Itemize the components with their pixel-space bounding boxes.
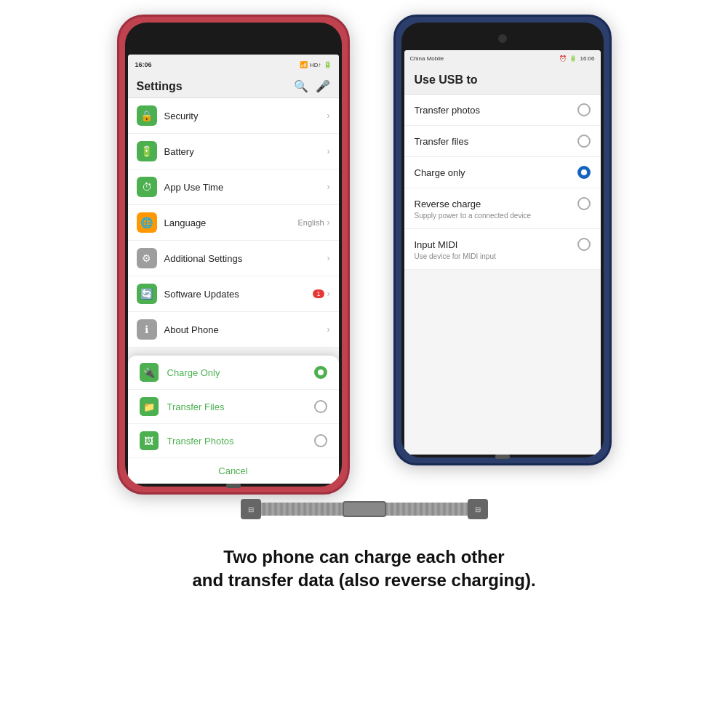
settings-item-software-updates[interactable]: 🔄 Software Updates 1 › bbox=[128, 276, 339, 312]
language-icon: 🌐 bbox=[137, 212, 157, 233]
software-updates-badge: 1 bbox=[313, 289, 324, 298]
security-icon: 🔒 bbox=[137, 105, 157, 126]
settings-item-language[interactable]: 🌐 Language English › bbox=[128, 205, 339, 241]
sheet-item-charge-only[interactable]: 🔌 Charge Only bbox=[128, 356, 339, 390]
hd-icon: HD↑ bbox=[310, 62, 321, 68]
left-connector: ⊟ bbox=[241, 499, 261, 519]
right-phone-port bbox=[495, 455, 510, 459]
left-phone: 16:06 📶 HD↑ 🔋 Settings 🔍 🎤 bbox=[117, 15, 350, 495]
bottom-sheet: 🔌 Charge Only 📁 Transfer Files 🖼 bbox=[128, 355, 339, 484]
software-updates-label: Software Updates bbox=[164, 289, 313, 300]
usb-item-charge-only-row: Charge only bbox=[415, 166, 591, 179]
right-time: 16:06 bbox=[580, 55, 594, 62]
usb-item-input-midi[interactable]: Input MIDI Use device for MIDI input bbox=[404, 229, 601, 270]
right-phone-inner: China Mobile ⏰ 🔋 16:06 Use USB to bbox=[401, 23, 604, 457]
app-use-time-arrow: › bbox=[327, 182, 330, 192]
usb-title: Use USB to bbox=[415, 73, 591, 87]
usb-transfer-photos-radio[interactable] bbox=[577, 103, 591, 116]
right-battery-icon: 🔋 bbox=[569, 55, 577, 62]
right-status-bar: China Mobile ⏰ 🔋 16:06 bbox=[404, 50, 601, 66]
settings-title: Settings bbox=[137, 80, 183, 93]
settings-item-about-phone[interactable]: ℹ About Phone › bbox=[128, 312, 339, 348]
left-screen: 16:06 📶 HD↑ 🔋 Settings 🔍 🎤 bbox=[128, 55, 339, 484]
usb-input-midi-sublabel: Use device for MIDI input bbox=[415, 252, 591, 260]
usb-item-reverse-charge[interactable]: Reverse charge Supply power to a connect… bbox=[404, 188, 601, 229]
transfer-photos-label: Transfer Photos bbox=[167, 436, 314, 447]
caption-text: Two phone can charge each other and tran… bbox=[192, 545, 535, 593]
left-time: 16:06 bbox=[135, 61, 152, 68]
signal-icon: 📶 bbox=[300, 61, 308, 68]
transfer-files-label: Transfer Files bbox=[167, 401, 314, 412]
settings-header: Settings 🔍 🎤 bbox=[128, 75, 339, 98]
sheet-cancel-button[interactable]: Cancel bbox=[128, 458, 339, 484]
usb-item-transfer-photos[interactable]: Transfer photos bbox=[404, 95, 601, 126]
battery-arrow: › bbox=[327, 146, 330, 156]
usb-item-transfer-files[interactable]: Transfer files bbox=[404, 126, 601, 157]
alarm-icon: ⏰ bbox=[559, 55, 567, 62]
battery-icon: 🔋 bbox=[324, 61, 332, 68]
search-icon[interactable]: 🔍 bbox=[294, 79, 308, 93]
app-use-time-icon: ⏱ bbox=[137, 177, 157, 197]
charge-only-label: Charge Only bbox=[167, 367, 314, 378]
usb-transfer-files-radio[interactable] bbox=[577, 135, 591, 148]
software-updates-arrow: › bbox=[327, 289, 330, 299]
sheet-item-transfer-photos[interactable]: 🖼 Transfer Photos bbox=[128, 424, 339, 458]
front-camera bbox=[498, 34, 507, 43]
settings-item-app-use-time[interactable]: ⏱ App Use Time › bbox=[128, 169, 339, 205]
mic-icon[interactable]: 🎤 bbox=[316, 79, 330, 93]
charge-only-icon: 🔌 bbox=[140, 363, 159, 382]
left-phone-inner: 16:06 📶 HD↑ 🔋 Settings 🔍 🎤 bbox=[125, 23, 342, 487]
sheet-item-transfer-files[interactable]: 📁 Transfer Files bbox=[128, 390, 339, 424]
settings-item-battery[interactable]: 🔋 Battery › bbox=[128, 134, 339, 169]
security-arrow: › bbox=[327, 111, 330, 121]
charge-only-radio[interactable] bbox=[314, 366, 327, 379]
usb-reverse-charge-radio[interactable] bbox=[577, 197, 591, 210]
header-icons: 🔍 🎤 bbox=[294, 79, 330, 93]
settings-item-additional[interactable]: ⚙ Additional Settings › bbox=[128, 241, 339, 276]
usb-input-midi-label: Input MIDI bbox=[415, 239, 458, 250]
security-label: Security bbox=[164, 111, 327, 121]
left-status-icons: 📶 HD↑ 🔋 bbox=[300, 61, 332, 68]
usb-charge-only-label: Charge only bbox=[415, 167, 465, 178]
transfer-files-radio[interactable] bbox=[314, 400, 327, 413]
language-label: Language bbox=[164, 217, 298, 228]
main-container: 16:06 📶 HD↑ 🔋 Settings 🔍 🎤 bbox=[0, 0, 728, 728]
settings-item-security[interactable]: 🔒 Security › bbox=[128, 98, 339, 134]
about-phone-icon: ℹ bbox=[137, 319, 157, 340]
cable-middle bbox=[343, 501, 386, 517]
transfer-files-icon: 📁 bbox=[140, 397, 159, 416]
usb-item-transfer-photos-row: Transfer photos bbox=[415, 103, 591, 116]
battery-icon: 🔋 bbox=[137, 141, 157, 161]
usb-reverse-charge-label: Reverse charge bbox=[415, 199, 481, 209]
additional-settings-label: Additional Settings bbox=[164, 253, 327, 264]
transfer-photos-radio[interactable] bbox=[314, 434, 327, 447]
right-connector: ⊟ bbox=[468, 499, 488, 519]
about-phone-label: About Phone bbox=[164, 324, 327, 335]
usb-item-input-midi-row: Input MIDI bbox=[415, 238, 591, 251]
additional-settings-icon: ⚙ bbox=[137, 248, 157, 268]
caption-line1: Two phone can charge each other bbox=[223, 547, 504, 567]
caption-line2: and transfer data (also reverse charging… bbox=[192, 570, 535, 590]
settings-list: 🔒 Security › 🔋 Battery › ⏱ bbox=[128, 98, 339, 348]
right-screen: China Mobile ⏰ 🔋 16:06 Use USB to bbox=[404, 50, 601, 455]
usb-transfer-photos-label: Transfer photos bbox=[415, 105, 481, 116]
usb-input-midi-radio[interactable] bbox=[577, 238, 591, 251]
phones-row: 16:06 📶 HD↑ 🔋 Settings 🔍 🎤 bbox=[0, 0, 728, 495]
additional-settings-arrow: › bbox=[327, 253, 330, 263]
usb-item-reverse-charge-row: Reverse charge bbox=[415, 197, 591, 210]
caption: Two phone can charge each other and tran… bbox=[177, 545, 550, 593]
usb-list: Transfer photos Transfer files bbox=[404, 95, 601, 270]
right-status-icons: ⏰ 🔋 16:06 bbox=[559, 55, 594, 62]
language-value: English bbox=[297, 218, 324, 227]
left-status-bar: 16:06 📶 HD↑ 🔋 bbox=[128, 55, 339, 75]
cable-container: ⊟ ⊟ bbox=[0, 480, 728, 538]
usb-reverse-charge-sublabel: Supply power to a connected device bbox=[415, 212, 591, 220]
usb-header: Use USB to bbox=[404, 66, 601, 95]
about-phone-arrow: › bbox=[327, 324, 330, 335]
usb-charge-only-radio[interactable] bbox=[577, 166, 591, 179]
transfer-photos-icon: 🖼 bbox=[140, 431, 159, 450]
right-phone: China Mobile ⏰ 🔋 16:06 Use USB to bbox=[393, 15, 612, 465]
usb-item-charge-only[interactable]: Charge only bbox=[404, 157, 601, 188]
battery-label: Battery bbox=[164, 146, 327, 157]
language-arrow: › bbox=[327, 217, 330, 228]
